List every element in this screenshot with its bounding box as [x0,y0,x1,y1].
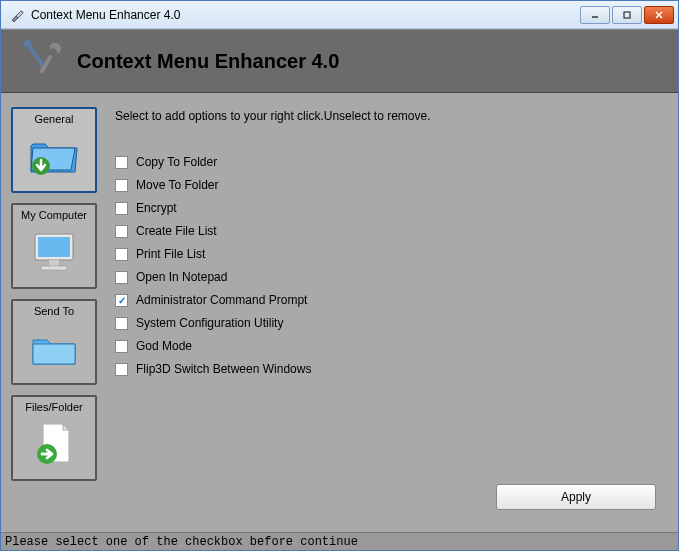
checkbox[interactable] [115,156,128,169]
content-area: General My Computer [1,93,678,532]
checkbox[interactable] [115,340,128,353]
checkbox[interactable] [115,271,128,284]
tools-icon [15,36,63,87]
options-list: Copy To Folder Move To Folder Encrypt Cr… [115,155,668,376]
checkbox[interactable] [115,179,128,192]
sidebar-item-my-computer[interactable]: My Computer [11,203,97,289]
status-text: Please select one of the checkbox before… [5,535,358,549]
option-label: Open In Notepad [136,270,227,284]
apply-button[interactable]: Apply [496,484,656,510]
folder-download-icon [27,125,81,187]
window-title: Context Menu Enhancer 4.0 [31,8,580,22]
option-row[interactable]: Print File List [115,247,668,261]
app-icon [9,7,25,23]
option-label: Administrator Command Prompt [136,293,307,307]
instructions-text: Select to add options to your right clic… [115,109,668,123]
folder-icon [27,317,81,379]
option-row[interactable]: Copy To Folder [115,155,668,169]
svg-rect-1 [624,12,630,18]
option-label: Print File List [136,247,205,261]
option-label: System Configuration Utility [136,316,283,330]
svg-rect-9 [49,260,59,266]
main-panel: Select to add options to your right clic… [115,107,668,532]
option-row[interactable]: Flip3D Switch Between Windows [115,362,668,376]
header-title: Context Menu Enhancer 4.0 [77,50,339,73]
option-row[interactable]: Encrypt [115,201,668,215]
checkbox[interactable] [115,202,128,215]
option-label: Flip3D Switch Between Windows [136,362,311,376]
sidebar-item-label: General [34,113,73,125]
option-label: Encrypt [136,201,177,215]
checkbox[interactable] [115,248,128,261]
sidebar-item-label: My Computer [21,209,87,221]
sidebar-item-label: Files/Folder [25,401,82,413]
window-controls [580,6,674,24]
titlebar[interactable]: Context Menu Enhancer 4.0 [1,1,678,29]
option-label: Copy To Folder [136,155,217,169]
option-row[interactable]: Administrator Command Prompt [115,293,668,307]
sidebar-item-general[interactable]: General [11,107,97,193]
option-row[interactable]: God Mode [115,339,668,353]
statusbar: Please select one of the checkbox before… [1,532,678,550]
file-arrow-icon [29,413,79,475]
sidebar: General My Computer [11,107,97,532]
app-window: Context Menu Enhancer 4.0 Context Menu E… [0,0,679,551]
sidebar-item-files-folder[interactable]: Files/Folder [11,395,97,481]
svg-rect-8 [38,237,70,257]
option-row[interactable]: Move To Folder [115,178,668,192]
close-button[interactable] [644,6,674,24]
option-label: Move To Folder [136,178,218,192]
checkbox[interactable] [115,317,128,330]
option-row[interactable]: Create File List [115,224,668,238]
option-row[interactable]: System Configuration Utility [115,316,668,330]
sidebar-item-send-to[interactable]: Send To [11,299,97,385]
maximize-button[interactable] [612,6,642,24]
option-label: God Mode [136,339,192,353]
header-band: Context Menu Enhancer 4.0 [1,29,678,93]
option-label: Create File List [136,224,217,238]
minimize-button[interactable] [580,6,610,24]
checkbox[interactable] [115,294,128,307]
checkbox[interactable] [115,363,128,376]
svg-rect-10 [41,266,67,270]
sidebar-item-label: Send To [34,305,74,317]
option-row[interactable]: Open In Notepad [115,270,668,284]
checkbox[interactable] [115,225,128,238]
monitor-icon [27,221,81,283]
